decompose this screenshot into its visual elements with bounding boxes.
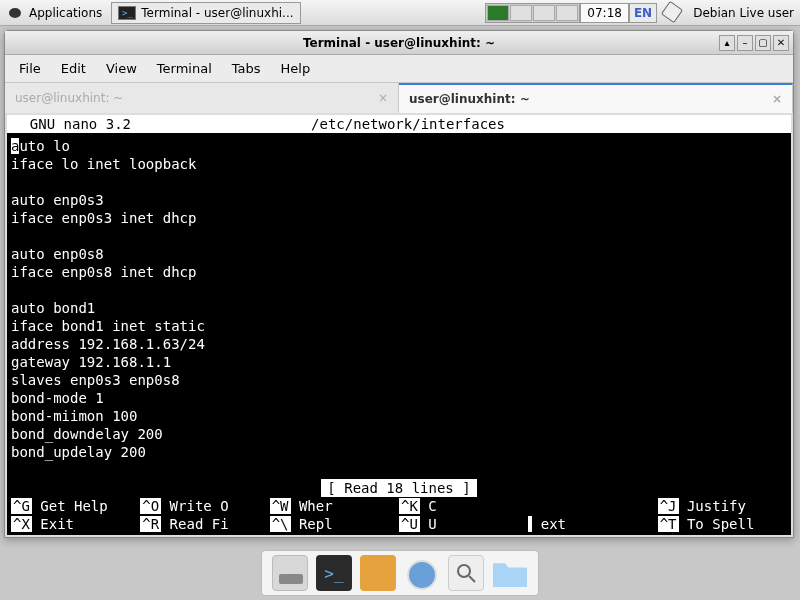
nano-shortcut: ^W Wher [270, 497, 399, 515]
menu-terminal[interactable]: Terminal [147, 57, 222, 80]
nano-status: [ Read 18 lines ] [321, 479, 476, 497]
window-keep-above-button[interactable]: ▴ [719, 35, 735, 51]
nano-shortcut: ext [528, 515, 657, 533]
nano-shortcut: ^U U [399, 515, 528, 533]
menu-view[interactable]: View [96, 57, 147, 80]
terminal-tabs: user@linuxhint: ~ × user@linuxhint: ~ × [5, 83, 793, 113]
terminal-tab-1[interactable]: user@linuxhint: ~ × [5, 83, 399, 113]
user-menu[interactable]: Debian Live user [687, 4, 800, 22]
workspace-4[interactable] [556, 5, 578, 21]
dock-find[interactable] [448, 555, 484, 591]
clock[interactable]: 07:18 [580, 3, 629, 23]
window-title: Terminal - user@linuxhint: ~ [5, 36, 793, 50]
workspace-switcher[interactable] [485, 3, 580, 23]
nano-shortcut: ^R Read Fi [140, 515, 269, 533]
close-icon[interactable]: × [378, 91, 388, 105]
applications-label: Applications [29, 6, 102, 20]
globe-icon [407, 560, 437, 590]
menu-tabs[interactable]: Tabs [222, 57, 271, 80]
window-minimize-button[interactable]: – [737, 35, 753, 51]
menu-help[interactable]: Help [271, 57, 321, 80]
nano-titlebar: GNU nano 3.2 /etc/network/interfaces [7, 115, 791, 133]
svg-point-0 [458, 565, 470, 577]
nano-shortcut: ^X Exit [11, 515, 140, 533]
dock-web-browser[interactable] [404, 555, 440, 591]
dock-folder[interactable] [492, 555, 528, 591]
taskbar-window-label: Terminal - user@linuxhi... [141, 6, 293, 20]
nano-content[interactable]: auto lo iface lo inet loopback auto enp0… [7, 133, 791, 479]
window-close-button[interactable]: ✕ [773, 35, 789, 51]
nano-shortcut: ^\ Repl [270, 515, 399, 533]
terminal-icon: >_ [118, 6, 136, 20]
workspace-2[interactable] [510, 5, 532, 21]
window-maximize-button[interactable]: ▢ [755, 35, 771, 51]
close-icon[interactable]: × [772, 92, 782, 106]
nano-filename: /etc/network/interfaces [311, 115, 505, 133]
dock-file-manager[interactable] [360, 555, 396, 591]
window-titlebar[interactable]: Terminal - user@linuxhint: ~ ▴ – ▢ ✕ [5, 31, 793, 55]
nano-shortcut: ^G Get Help [11, 497, 140, 515]
nano-shortcut: ^O Write O [140, 497, 269, 515]
dock-terminal[interactable]: >_ [316, 555, 352, 591]
dock-show-desktop[interactable] [272, 555, 308, 591]
nano-shortcut: ^T To Spell [658, 515, 787, 533]
xfce-logo-icon [7, 6, 25, 20]
notification-icon[interactable] [657, 2, 687, 24]
applications-menu[interactable]: Applications [0, 3, 109, 23]
terminal-window: Terminal - user@linuxhint: ~ ▴ – ▢ ✕ Fil… [4, 30, 794, 538]
menu-edit[interactable]: Edit [51, 57, 96, 80]
top-panel: Applications >_ Terminal - user@linuxhi.… [0, 0, 800, 26]
keyboard-layout[interactable]: EN [629, 3, 657, 23]
workspace-3[interactable] [533, 5, 555, 21]
nano-shortcut: ^K C [399, 497, 528, 515]
nano-shortcut: ^J Justify [658, 497, 787, 515]
taskbar-window-button[interactable]: >_ Terminal - user@linuxhi... [111, 2, 300, 24]
nano-shortcuts: ^G Get Help^O Write O^W Wher^K C^J Justi… [7, 497, 791, 535]
bottom-dock: >_ [261, 550, 539, 596]
svg-line-1 [469, 576, 475, 582]
tab-label: user@linuxhint: ~ [15, 91, 123, 105]
workspace-1[interactable] [487, 5, 509, 21]
bell-icon [664, 5, 680, 21]
terminal-viewport[interactable]: GNU nano 3.2 /etc/network/interfaces aut… [5, 113, 793, 537]
nano-app-name: GNU nano 3.2 [13, 115, 131, 133]
menubar: File Edit View Terminal Tabs Help [5, 55, 793, 83]
tab-label: user@linuxhint: ~ [409, 92, 530, 106]
nano-status-row: [ Read 18 lines ] [7, 479, 791, 497]
menu-file[interactable]: File [9, 57, 51, 80]
terminal-tab-2[interactable]: user@linuxhint: ~ × [399, 83, 793, 113]
magnifier-icon [455, 562, 477, 584]
folder-icon [493, 559, 527, 587]
